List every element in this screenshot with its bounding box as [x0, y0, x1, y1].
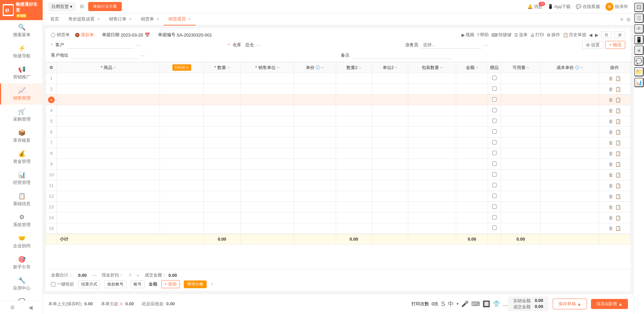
pkg-qty-cell[interactable] [408, 105, 456, 116]
rp-star-btn[interactable]: ★ [634, 46, 644, 55]
pkg-qty-cell[interactable] [408, 73, 456, 84]
sidebar-item-finance[interactable]: 💰 资金管理 [0, 147, 43, 168]
qty2-cell[interactable] [336, 116, 372, 127]
copy-row-btn[interactable]: 📋 [615, 140, 621, 145]
sidebar-item-nav[interactable]: ⚡ 快捷导航 [0, 41, 43, 62]
price-cell[interactable] [294, 212, 336, 223]
pkg-qty-cell[interactable] [408, 212, 456, 223]
video-btn[interactable]: ▶ 视频 [462, 32, 474, 38]
sidebar-settings-btn[interactable]: ⚙ [10, 304, 15, 311]
amount-cell[interactable] [456, 95, 488, 105]
amount-cell[interactable] [456, 116, 488, 127]
quantity-cell[interactable] [204, 212, 241, 223]
tool-icon-4[interactable]: 🎤 [461, 300, 469, 308]
unit2-cell[interactable] [372, 116, 408, 127]
gift-checkbox[interactable] [490, 204, 499, 209]
calendar-icon[interactable]: 📅 [145, 33, 150, 38]
one-click-payment-checkbox[interactable]: 一键收款 [51, 281, 74, 287]
settlement-select[interactable]: 结算方式 [78, 280, 100, 288]
add-logistics-btn[interactable]: + 物流 [605, 41, 625, 49]
unit2-cell[interactable] [372, 105, 408, 116]
delete-row-btn[interactable]: 🗑 [608, 215, 613, 221]
tool-icon-6[interactable]: 🔲 [483, 300, 490, 308]
qty2-cell[interactable] [336, 95, 372, 105]
salesperson-picker-btn[interactable]: ··· [484, 42, 488, 48]
qty2-cell[interactable] [336, 180, 372, 191]
delete-row-btn[interactable]: 🗑 [608, 140, 613, 145]
tool-icon-3[interactable]: • [457, 301, 459, 308]
quantity-cell[interactable] [204, 180, 241, 191]
unit-cell[interactable] [240, 116, 294, 127]
unit-cell[interactable] [240, 84, 294, 95]
tab-home[interactable]: 首页 [46, 13, 64, 25]
list-view-btn[interactable]: ⊟ [601, 32, 612, 38]
gift-checkbox[interactable] [490, 151, 499, 155]
col-setting[interactable]: ⚙ [46, 62, 57, 73]
product-cell[interactable] [57, 116, 160, 127]
quantity-cell[interactable] [204, 73, 241, 84]
rp-image-btn[interactable]: 🖼 [634, 3, 644, 12]
gift-cell[interactable] [488, 223, 501, 234]
qty2-cell[interactable] [336, 202, 372, 212]
rp-list-btn[interactable]: ☰ [634, 13, 644, 23]
product-cell[interactable] [57, 84, 160, 95]
quantity-cell[interactable] [204, 170, 241, 180]
amount-cell[interactable] [456, 105, 488, 116]
copy-row-btn[interactable]: 📋 [615, 194, 621, 199]
pkg-qty-cell[interactable] [408, 191, 456, 202]
history-bills-btn[interactable]: 📋 历史单据 [563, 32, 586, 38]
gift-cell[interactable] [488, 212, 501, 223]
unit2-cell[interactable] [372, 148, 408, 159]
sidebar-item-basics[interactable]: 📋 基础信息 [0, 189, 43, 210]
price-cell[interactable] [294, 73, 336, 84]
pkg-qty-cell[interactable] [408, 127, 456, 137]
tab-sales-bill[interactable]: 销货单 × [136, 13, 164, 25]
pkg-qty-cell[interactable] [408, 180, 456, 191]
copy-row-btn[interactable]: 📋 [615, 162, 621, 167]
copy-row-btn[interactable]: 📋 [615, 86, 621, 92]
topbar-category-select[interactable]: 日用百货 ▾ [48, 2, 75, 11]
gift-checkbox[interactable] [490, 162, 499, 166]
shortcut-btn[interactable]: ⌨ 快捷键 [491, 32, 512, 38]
tab-close-all-btn[interactable]: ✕ [620, 17, 624, 22]
copy-row-btn[interactable]: 📋 [615, 172, 621, 178]
rp-folder-btn[interactable]: 📁 [634, 67, 644, 76]
delete-row-btn[interactable]: 🗑 [608, 226, 613, 231]
qty2-cell[interactable] [336, 212, 372, 223]
qty2-cell[interactable] [336, 148, 372, 159]
pkg-qty-cell[interactable] [408, 223, 456, 234]
expense-split-btn[interactable]: 费用分摊 [184, 280, 207, 288]
price-cell[interactable] [294, 84, 336, 95]
unit2-cell[interactable] [372, 159, 408, 170]
product-cell[interactable] [57, 159, 160, 170]
notification-btn[interactable]: 🔔 70 消息 [527, 4, 543, 10]
copy-row-btn[interactable]: 📋 [615, 215, 621, 221]
unit2-cell[interactable] [372, 212, 408, 223]
gift-cell[interactable] [488, 73, 501, 84]
nav-prev-icon[interactable]: ◀ [589, 33, 592, 38]
table-scroll[interactable]: ⚙ * 商品⇔ 扫码录入 * 数量⇔ * 销售单位⇔ 单价 ⓘ⇔ 数量2⇔ 单位… [46, 62, 631, 269]
copy-row-btn[interactable]: 📋 [615, 97, 621, 103]
copy-row-btn[interactable]: 📋 [615, 76, 621, 81]
radio-sales[interactable]: 销货单 [51, 32, 70, 38]
delete-row-btn[interactable]: 🗑 [608, 204, 613, 210]
product-cell[interactable] [57, 180, 160, 191]
qty2-cell[interactable] [336, 105, 372, 116]
amount-cell[interactable] [456, 180, 488, 191]
price-cell[interactable] [294, 223, 336, 234]
pkg-qty-cell[interactable] [408, 159, 456, 170]
unit-cell[interactable] [240, 105, 294, 116]
amount-cell[interactable] [456, 191, 488, 202]
unit2-cell[interactable] [372, 84, 408, 95]
product-cell[interactable] [57, 223, 160, 234]
col-scan[interactable]: 扫码录入 [160, 62, 204, 73]
copy-row-btn[interactable]: 📋 [615, 129, 621, 135]
price-cell[interactable] [294, 95, 336, 105]
save-draft-btn[interactable]: 保存草稿 ▲ [553, 299, 587, 309]
customer-input[interactable] [67, 41, 134, 49]
unit-cell[interactable] [240, 202, 294, 212]
product-cell[interactable] [57, 170, 160, 180]
tab-close-icon[interactable]: × [157, 17, 159, 21]
copy-row-btn[interactable]: 📋 [615, 204, 621, 210]
quantity-cell[interactable] [204, 148, 241, 159]
